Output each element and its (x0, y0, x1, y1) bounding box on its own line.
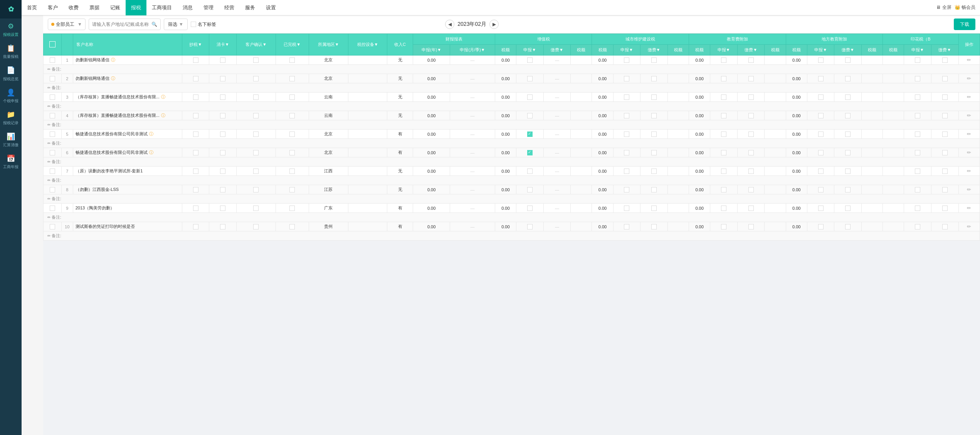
clear-card-cell[interactable] (209, 222, 237, 231)
loc-fee-cell[interactable] (834, 148, 862, 157)
nav-invoice[interactable]: 票据 (84, 0, 105, 15)
edu-fee-checkbox[interactable] (748, 57, 754, 63)
stamp-report-checkbox[interactable] (915, 224, 920, 229)
loc-report-cell[interactable] (807, 111, 834, 120)
operation-cell[interactable]: ✏ (958, 148, 980, 157)
warning-icon[interactable]: ⓘ (149, 150, 153, 155)
loc-fee-checkbox[interactable] (845, 206, 851, 211)
city-report-checkbox[interactable] (624, 57, 629, 63)
edu-report-checkbox[interactable] (721, 94, 726, 100)
tax-copy-checkbox[interactable] (193, 187, 198, 192)
remark-cell[interactable]: ✏备注: (44, 194, 980, 204)
stamp-report-cell[interactable] (904, 204, 931, 213)
loc-report-checkbox[interactable] (818, 57, 824, 63)
stamp-report-checkbox[interactable] (915, 113, 920, 118)
stamp-report-cell[interactable] (904, 167, 931, 176)
pencil-icon[interactable]: ✏ (47, 197, 50, 201)
vat-report-checkbox[interactable] (527, 169, 533, 174)
filed-checkbox[interactable] (289, 113, 295, 118)
loc-report-checkbox[interactable] (818, 132, 824, 137)
loc-report-checkbox[interactable] (818, 113, 824, 118)
clear-card-cell[interactable] (209, 111, 237, 120)
row-checkbox[interactable] (50, 169, 55, 174)
stamp-fee-checkbox[interactable] (942, 169, 948, 174)
clear-card-checkbox[interactable] (220, 57, 225, 63)
clear-card-cell[interactable] (209, 204, 237, 213)
confirm-cell[interactable] (236, 56, 276, 65)
search-icon[interactable]: 🔍 (151, 22, 157, 27)
city-report-checkbox[interactable] (624, 150, 629, 155)
confirm-cell[interactable] (236, 222, 276, 231)
th-region[interactable]: 所属地区▼ (309, 34, 348, 56)
vat-report-checkbox[interactable] (527, 206, 533, 211)
confirm-checkbox[interactable] (253, 169, 259, 174)
city-fee-checkbox[interactable] (651, 224, 657, 229)
tax-copy-checkbox[interactable] (193, 113, 198, 118)
tax-copy-checkbox[interactable] (193, 169, 198, 174)
confirm-checkbox[interactable] (253, 113, 259, 118)
fin-month-cell[interactable]: — (450, 111, 495, 120)
fin-month-cell[interactable]: — (450, 74, 495, 83)
loc-fee-checkbox[interactable] (845, 94, 851, 100)
filed-checkbox[interactable] (289, 132, 295, 137)
sidebar-item-annual[interactable]: 📅 工商年报 (0, 151, 22, 173)
fin-month-cell[interactable]: — (450, 130, 495, 139)
city-fee-cell[interactable] (640, 167, 668, 176)
sidebar-item-tax-records[interactable]: 📁 报税记录 (0, 107, 22, 129)
edu-fee-cell[interactable] (737, 222, 765, 231)
stamp-report-cell[interactable] (904, 222, 931, 231)
edu-fee-checkbox[interactable] (748, 169, 754, 174)
city-report-checkbox[interactable] (624, 76, 629, 81)
th-vat-fee[interactable]: 缴费▼ (543, 45, 571, 56)
sidebar-item-batch-tax[interactable]: 📋 批量报税 (0, 40, 22, 62)
clear-card-cell[interactable] (209, 185, 237, 194)
confirm-cell[interactable] (236, 130, 276, 139)
edu-report-cell[interactable] (710, 167, 738, 176)
vat-report-cell[interactable] (516, 74, 544, 83)
edu-fee-cell[interactable] (737, 74, 765, 83)
city-report-cell[interactable] (613, 167, 640, 176)
tax-copy-checkbox[interactable] (193, 57, 198, 63)
stamp-fee-cell[interactable] (931, 167, 958, 176)
confirm-checkbox[interactable] (253, 132, 259, 137)
edu-report-cell[interactable] (710, 56, 738, 65)
th-loc-fee[interactable]: 缴费▼ (834, 45, 862, 56)
remark-cell[interactable]: ✏备注: (44, 213, 980, 222)
edu-fee-checkbox[interactable] (748, 94, 754, 100)
filed-cell[interactable] (276, 93, 309, 102)
edit-icon[interactable]: ✏ (967, 168, 971, 174)
edit-icon[interactable]: ✏ (967, 187, 971, 192)
city-report-cell[interactable] (613, 130, 640, 139)
filed-cell[interactable] (276, 111, 309, 120)
remark-cell[interactable]: ✏备注: (44, 139, 980, 148)
th-stamp-report[interactable]: 申报▼ (904, 45, 931, 56)
confirm-checkbox[interactable] (253, 76, 259, 81)
vat-report-cell[interactable] (516, 56, 544, 65)
warning-icon[interactable]: ⓘ (111, 76, 115, 81)
clear-card-checkbox[interactable] (220, 187, 225, 192)
remark-cell[interactable]: ✏备注: (44, 102, 980, 111)
vat-report-checkbox[interactable] (527, 57, 533, 63)
loc-fee-cell[interactable] (834, 167, 862, 176)
loc-fee-cell[interactable] (834, 111, 862, 120)
edu-fee-cell[interactable] (737, 167, 765, 176)
filed-checkbox[interactable] (289, 187, 295, 192)
stamp-fee-checkbox[interactable] (942, 132, 948, 137)
edu-report-checkbox[interactable] (721, 224, 726, 229)
stamp-report-cell[interactable] (904, 56, 931, 65)
prev-month-button[interactable]: ◀ (445, 20, 454, 29)
row-checkbox[interactable] (50, 150, 55, 155)
loc-fee-cell[interactable] (834, 204, 862, 213)
edu-report-cell[interactable] (710, 222, 738, 231)
clear-card-cell[interactable] (209, 93, 237, 102)
city-fee-cell[interactable] (640, 74, 668, 83)
loc-fee-checkbox[interactable] (845, 224, 851, 229)
edu-fee-cell[interactable] (737, 148, 765, 157)
confirm-cell[interactable] (236, 74, 276, 83)
vat-report-checkbox[interactable] (527, 76, 533, 81)
filed-checkbox[interactable] (289, 150, 295, 155)
tax-copy-checkbox[interactable] (193, 224, 198, 229)
stamp-fee-cell[interactable] (931, 185, 958, 194)
nav-settings[interactable]: 设置 (261, 0, 281, 15)
city-fee-cell[interactable] (640, 130, 668, 139)
